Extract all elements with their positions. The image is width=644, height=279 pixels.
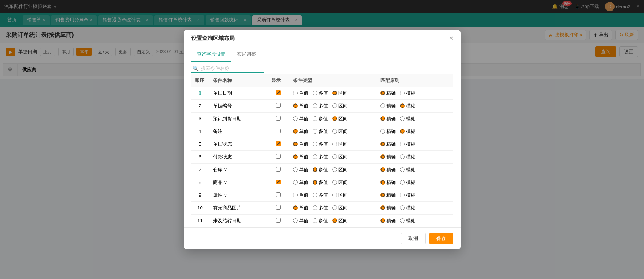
col-match-header: 匹配原则 xyxy=(377,74,453,80)
modal-tab-fields[interactable]: 查询字段设置 xyxy=(191,47,231,62)
search-icon: 🔍 xyxy=(193,66,199,71)
col-name-header: 条件名称 xyxy=(209,74,268,80)
modal-close-btn[interactable]: × xyxy=(449,35,453,42)
col-type-header: 条件类型 xyxy=(289,74,377,80)
modal-tab-layout[interactable]: 布局调整 xyxy=(231,47,262,62)
search-input[interactable] xyxy=(201,66,259,71)
col-name-label: 条件名称 xyxy=(213,78,232,80)
search-wrap: 🔍 xyxy=(184,62,461,74)
search-inner: 🔍 xyxy=(191,65,264,73)
col-order-header: 顺序 xyxy=(191,74,209,80)
col-type-label: 条件类型 xyxy=(293,78,312,80)
modal-tabs: 查询字段设置 布局调整 xyxy=(184,47,461,62)
modal-tab-layout-label: 布局调整 xyxy=(237,51,256,57)
table-header: 顺序 条件名称 显示 条件类型 xyxy=(191,74,453,80)
conditions-table: 顺序 条件名称 显示 条件类型 xyxy=(191,74,453,80)
modal-header: 设置查询区域布局 × xyxy=(184,30,461,47)
modal-tab-fields-label: 查询字段设置 xyxy=(197,51,225,57)
modal-dialog: 设置查询区域布局 × 查询字段设置 布局调整 🔍 xyxy=(184,30,461,80)
col-display-label: 显示 xyxy=(271,78,281,80)
col-order-label: 顺序 xyxy=(195,78,204,80)
modal-title: 设置查询区域布局 xyxy=(191,35,235,42)
modal-overlay: 设置查询区域布局 × 查询字段设置 布局调整 🔍 xyxy=(0,0,644,79)
modal-body: 顺序 条件名称 显示 条件类型 xyxy=(184,74,461,80)
col-match-label: 匹配原则 xyxy=(380,78,399,80)
modal-table-container: 顺序 条件名称 显示 条件类型 xyxy=(184,74,461,80)
col-display-header: 显示 xyxy=(268,74,289,80)
